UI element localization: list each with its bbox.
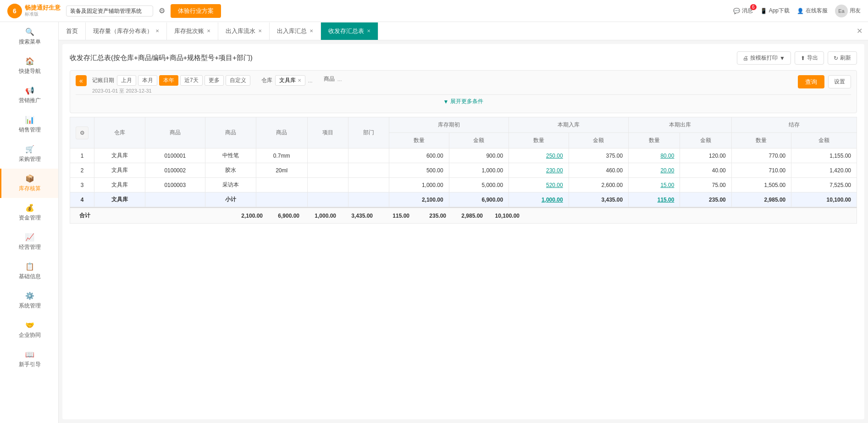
sidebar-item-finance[interactable]: 💰 资金管理 bbox=[0, 198, 58, 227]
tab-home[interactable]: 首页 bbox=[59, 22, 86, 40]
goods-more[interactable]: ... bbox=[337, 76, 342, 82]
sidebar-item-sales[interactable]: 📊 销售管理 bbox=[0, 110, 58, 139]
date-btn-prev-month[interactable]: 上月 bbox=[117, 75, 136, 86]
col-opening-qty: 数量 bbox=[389, 133, 449, 148]
table-settings-icon[interactable]: ⚙ bbox=[76, 126, 88, 139]
tab-close-recv-summary[interactable]: ✕ bbox=[367, 28, 370, 33]
date-btn-this-year[interactable]: 本年 bbox=[159, 75, 178, 86]
inventory-icon: 📦 bbox=[25, 174, 34, 183]
print-button[interactable]: 🖨 按模板打印 ▼ bbox=[737, 51, 791, 65]
cell-goods-name: 采访本 bbox=[205, 178, 256, 192]
app-download-button[interactable]: 📱 App下载 bbox=[760, 7, 790, 15]
date-btn-more[interactable]: 更多 bbox=[205, 75, 224, 86]
expand-icon: ▼ bbox=[443, 99, 449, 105]
filter-settings-button[interactable]: 设置 bbox=[828, 75, 851, 88]
filter-toggle-button[interactable]: « bbox=[76, 75, 87, 86]
cell-out-amt: 40.00 bbox=[680, 163, 731, 178]
cell-seq: 1 bbox=[70, 148, 94, 163]
sidebar-item-marketing[interactable]: 📢 营销推广 bbox=[0, 81, 58, 110]
cell-out-qty-link[interactable]: 80.00 bbox=[660, 153, 674, 159]
footer-close-qty: 2,985.00 bbox=[452, 213, 488, 219]
sidebar-item-operations[interactable]: 📈 经营管理 bbox=[0, 227, 58, 257]
table-row: 4文具库小计2,100.006,900.001,000.003,435.0011… bbox=[70, 192, 857, 207]
cell-seq: 4 bbox=[70, 192, 94, 207]
sidebar-item-search[interactable]: 🔍 搜索菜单 bbox=[0, 22, 58, 51]
tab-close-stock-dist[interactable]: ✕ bbox=[155, 28, 159, 33]
refresh-button[interactable]: ↻ 刷新 bbox=[828, 51, 857, 65]
data-table: ⚙ 仓库 商品 商品 商品 项目 部门 库存期初 bbox=[70, 117, 857, 207]
warehouse-more[interactable]: ... bbox=[308, 77, 313, 84]
expand-conditions-button[interactable]: ▼ 展开更多条件 bbox=[76, 94, 851, 108]
cell-in-amt: 460.00 bbox=[569, 163, 629, 178]
col-goods-code: 商品 bbox=[145, 117, 205, 148]
query-button[interactable]: 查询 bbox=[798, 75, 824, 88]
tab-stock-dist[interactable]: 现存量（库存分布表） ✕ bbox=[86, 22, 167, 40]
sidebar-item-guide[interactable]: 📖 新手引导 bbox=[0, 345, 58, 374]
sidebar-item-system[interactable]: ⚙️ 系统管理 bbox=[0, 286, 58, 315]
cell-out-amt: 120.00 bbox=[680, 148, 731, 163]
export-button[interactable]: ⬆ 导出 bbox=[795, 51, 824, 65]
messages-button[interactable]: 💬 消息 6 bbox=[733, 7, 753, 15]
cell-in-qty-link[interactable]: 520.00 bbox=[546, 182, 563, 188]
cell-out-qty-link[interactable]: 20.00 bbox=[660, 167, 674, 174]
cell-in-qty-link[interactable]: 250.00 bbox=[546, 153, 563, 159]
cell-out-qty-link[interactable]: 115.00 bbox=[658, 197, 674, 203]
cell-goods-name: 小计 bbox=[205, 192, 256, 207]
system-name-select[interactable]: 装备及固定资产辅助管理系统 bbox=[66, 5, 153, 16]
cell-close-qty: 2,985.00 bbox=[731, 192, 791, 207]
col-project: 项目 bbox=[307, 117, 348, 148]
trial-button[interactable]: 体验行业方案 bbox=[171, 4, 221, 18]
table-row: 3文具库0100003采访本1,000.005,000.00520.002,60… bbox=[70, 178, 857, 192]
goods-label: 商品 bbox=[324, 75, 335, 83]
cell-in-qty: 1,000.00 bbox=[509, 192, 569, 207]
sidebar-item-base-info[interactable]: 📋 基础信息 bbox=[0, 257, 58, 286]
tab-close-flow[interactable]: ✕ bbox=[258, 28, 262, 33]
cell-out-qty: 15.00 bbox=[629, 178, 680, 192]
tab-summary[interactable]: 出入库汇总 ✕ bbox=[270, 22, 321, 40]
cell-warehouse: 文具库 bbox=[94, 178, 145, 192]
cell-project bbox=[307, 192, 348, 207]
footer-out-qty: 115.00 bbox=[378, 213, 415, 219]
cell-in-qty-link[interactable]: 1,000.00 bbox=[542, 197, 563, 203]
cell-open-amt: 6,900.00 bbox=[449, 192, 509, 207]
cell-spec: 0.7mm bbox=[256, 148, 307, 163]
sidebar-item-purchase[interactable]: 🛒 采购管理 bbox=[0, 139, 58, 169]
cell-dept bbox=[348, 192, 389, 207]
avatar: Ea bbox=[835, 5, 848, 17]
sidebar-item-quick-nav[interactable]: 🏠 快捷导航 bbox=[0, 51, 58, 81]
date-btn-this-month[interactable]: 本月 bbox=[138, 75, 157, 86]
toggle-icon: « bbox=[79, 77, 83, 84]
date-btn-7days[interactable]: 近7天 bbox=[180, 75, 203, 86]
col-opening: 库存期初 bbox=[389, 117, 509, 133]
online-service-button[interactable]: 👤 在线客服 bbox=[797, 7, 828, 15]
tab-close-batch[interactable]: ✕ bbox=[207, 28, 210, 33]
cell-goods-name: 胶水 bbox=[205, 163, 256, 178]
date-btn-custom[interactable]: 自定义 bbox=[226, 75, 250, 86]
sidebar-item-inventory[interactable]: 📦 库存核算 bbox=[0, 169, 58, 198]
col-opening-amt: 金额 bbox=[449, 133, 509, 148]
tab-bar: 首页 现存量（库存分布表） ✕ 库存批次账 ✕ 出入库流水 ✕ 出入库汇总 ✕ bbox=[59, 22, 868, 40]
tab-batch[interactable]: 库存批次账 ✕ bbox=[167, 22, 218, 40]
settings-icon[interactable]: ⚙ bbox=[159, 6, 165, 15]
col-close-amt: 金额 bbox=[791, 133, 857, 148]
cell-goods-code: 0100003 bbox=[145, 178, 205, 192]
enterprise-icon: 🤝 bbox=[25, 321, 34, 330]
base-info-icon: 📋 bbox=[25, 262, 34, 271]
col-out-qty: 数量 bbox=[629, 133, 680, 148]
export-icon: ⬆ bbox=[801, 55, 805, 61]
cell-warehouse: 文具库 bbox=[94, 192, 145, 207]
tab-bar-close[interactable]: ✕ bbox=[851, 27, 868, 35]
warehouse-tag-close[interactable]: ✕ bbox=[298, 78, 301, 83]
search-icon: 🔍 bbox=[25, 27, 34, 36]
user-menu[interactable]: Ea 用友 bbox=[835, 5, 861, 17]
tab-flow[interactable]: 出入库流水 ✕ bbox=[218, 22, 270, 40]
page-actions: 🖨 按模板打印 ▼ ⬆ 导出 ↻ 刷新 bbox=[737, 51, 857, 65]
cell-out-qty-link[interactable]: 15.00 bbox=[660, 182, 674, 188]
home-icon: 🏠 bbox=[25, 57, 34, 66]
tab-close-summary[interactable]: ✕ bbox=[310, 28, 313, 33]
tab-recv-summary[interactable]: 收发存汇总表 ✕ bbox=[321, 22, 378, 40]
sidebar-item-enterprise[interactable]: 🤝 企业协同 bbox=[0, 315, 58, 345]
cell-spec bbox=[256, 192, 307, 207]
cell-in-qty-link[interactable]: 230.00 bbox=[546, 167, 563, 174]
logo-subtitle: 标准版 bbox=[25, 11, 61, 17]
